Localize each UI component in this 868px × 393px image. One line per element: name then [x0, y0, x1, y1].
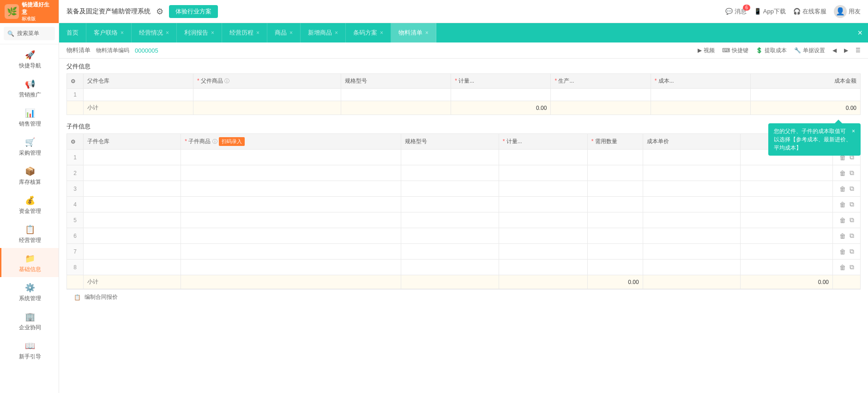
child-delete-btn-8[interactable]: 🗑 [838, 262, 847, 272]
child-cell-product-4[interactable] [181, 197, 401, 212]
child-cell-spec-3[interactable] [401, 181, 499, 197]
parent-cell-cost-1[interactable] [651, 89, 750, 101]
child-copy-btn-2[interactable]: ⧉ [849, 168, 855, 178]
child-cell-warehouse-5[interactable] [84, 212, 181, 228]
sidebar-item-enterprise[interactable]: 🏢 企业协同 [0, 306, 59, 335]
child-cell-product-6[interactable] [181, 228, 401, 244]
child-cell-warehouse-4[interactable] [84, 197, 181, 212]
tab-biz-history[interactable]: 经营历程 × [222, 23, 267, 42]
child-cell-unit-2[interactable] [499, 165, 587, 181]
child-cell-cost-price-4[interactable] [643, 197, 740, 212]
sidebar-item-quick-nav[interactable]: 🚀 快捷导航 [0, 44, 59, 73]
tab-home[interactable]: 首页 [59, 23, 86, 42]
sidebar-item-inventory[interactable]: 📦 库存核算 [0, 161, 59, 190]
nav-prev-button[interactable]: ◀ [832, 47, 837, 54]
child-cell-cost-price-2[interactable] [643, 165, 740, 181]
child-copy-btn-8[interactable]: ⧉ [849, 262, 855, 272]
child-cell-quantity-3[interactable] [587, 181, 643, 197]
sidebar-item-marketing[interactable]: 📢 营销推广 [0, 73, 59, 103]
nav-next-button[interactable]: ▶ [844, 47, 848, 54]
scan-input-button[interactable]: 扫码录入 [219, 137, 245, 146]
child-cell-spec-2[interactable] [401, 165, 499, 181]
tab-profit-report[interactable]: 利润报告 × [177, 23, 222, 42]
try-industry-button[interactable]: 体验行业方案 [169, 5, 218, 18]
child-cell-product-7[interactable] [181, 244, 401, 260]
child-delete-btn-3[interactable]: 🗑 [838, 184, 847, 193]
child-cell-quantity-2[interactable] [587, 165, 643, 181]
child-copy-btn-7[interactable]: ⧉ [849, 247, 855, 256]
parent-cell-warehouse-1[interactable] [84, 89, 193, 101]
child-cell-warehouse-8[interactable] [84, 260, 181, 275]
child-delete-btn-7[interactable]: 🗑 [838, 247, 847, 256]
child-cell-warehouse-1[interactable] [84, 150, 181, 165]
child-cell-spec-7[interactable] [401, 244, 499, 260]
tab-close-profit[interactable]: × [211, 30, 214, 36]
sidebar-item-system[interactable]: ⚙️ 系统管理 [0, 277, 59, 306]
tab-close-bom[interactable]: × [425, 30, 428, 36]
sidebar-item-basic-info[interactable]: 📁 基础信息 [0, 248, 59, 277]
sidebar-item-purchase[interactable]: 🛒 采购管理 [0, 132, 59, 161]
child-cell-unit-6[interactable] [499, 228, 587, 244]
child-copy-btn-3[interactable]: ⧉ [849, 184, 855, 193]
tab-bar-close-button[interactable]: × [852, 23, 868, 42]
child-cell-spec-6[interactable] [401, 228, 499, 244]
user-info[interactable]: 👤 用友 [834, 5, 861, 18]
child-cell-cost-price-1[interactable] [643, 150, 740, 165]
child-cell-unit-1[interactable] [499, 150, 587, 165]
sidebar-item-operations[interactable]: 📋 经营管理 [0, 219, 59, 248]
parent-cell-product-1[interactable] [193, 89, 341, 101]
child-cell-quantity-6[interactable] [587, 228, 643, 244]
message-button[interactable]: 💬 消息 6 [725, 7, 747, 16]
child-copy-btn-4[interactable]: ⧉ [849, 200, 855, 209]
child-cell-quantity-5[interactable] [587, 212, 643, 228]
child-cell-unit-7[interactable] [499, 244, 587, 260]
tab-close-operations[interactable]: × [166, 30, 169, 36]
tooltip-close-button[interactable]: × [852, 127, 855, 135]
child-copy-btn-5[interactable]: ⧉ [849, 215, 855, 225]
tab-close-customers[interactable]: × [121, 30, 124, 36]
child-cell-product-5[interactable] [181, 212, 401, 228]
tab-close-barcode[interactable]: × [380, 30, 383, 36]
child-cell-product-1[interactable] [181, 150, 401, 165]
video-action[interactable]: ▶ 视频 [698, 47, 715, 54]
tab-products[interactable]: 商品 × [267, 23, 301, 42]
tab-add-product[interactable]: 新增商品 × [301, 23, 346, 42]
child-cell-cost-price-6[interactable] [643, 228, 740, 244]
tab-close-add-product[interactable]: × [335, 30, 338, 36]
get-cost-action[interactable]: 💲 提取成本 [756, 47, 787, 54]
child-cell-spec-5[interactable] [401, 212, 499, 228]
child-cell-cost-price-5[interactable] [643, 212, 740, 228]
child-cell-product-8[interactable] [181, 260, 401, 275]
child-cell-warehouse-6[interactable] [84, 228, 181, 244]
tab-bom[interactable]: 物料清单 × [391, 23, 436, 42]
child-delete-btn-6[interactable]: 🗑 [838, 231, 847, 241]
col-settings-icon[interactable]: ⚙ [71, 78, 76, 85]
sidebar-item-sales[interactable]: 📊 销售管理 [0, 103, 59, 132]
expand-button[interactable]: ☰ [856, 47, 861, 54]
child-cell-warehouse-3[interactable] [84, 181, 181, 197]
search-menu-button[interactable]: 🔍 搜索菜单 [4, 27, 55, 40]
child-cell-cost-price-3[interactable] [643, 181, 740, 197]
child-col-settings-icon[interactable]: ⚙ [71, 139, 76, 145]
child-cell-warehouse-2[interactable] [84, 165, 181, 181]
sidebar-item-finance[interactable]: 💰 资金管理 [0, 190, 59, 219]
child-cell-quantity-7[interactable] [587, 244, 643, 260]
child-cell-quantity-4[interactable] [587, 197, 643, 212]
tab-barcode[interactable]: 条码方案 × [346, 23, 391, 42]
child-cell-unit-3[interactable] [499, 181, 587, 197]
child-delete-btn-4[interactable]: 🗑 [838, 200, 847, 209]
tab-close-products[interactable]: × [289, 30, 293, 36]
child-delete-btn-5[interactable]: 🗑 [838, 215, 847, 225]
child-cell-quantity-8[interactable] [587, 260, 643, 275]
child-cell-quantity-1[interactable] [587, 150, 643, 165]
child-cell-cost-price-8[interactable] [643, 260, 740, 275]
child-copy-btn-6[interactable]: ⧉ [849, 231, 855, 241]
online-service-button[interactable]: 🎧 在线客服 [793, 7, 826, 16]
child-delete-btn-2[interactable]: 🗑 [838, 168, 847, 178]
parent-cell-spec-1[interactable] [341, 89, 451, 101]
tab-operations-status[interactable]: 经营情况 × [132, 23, 177, 42]
shortcut-action[interactable]: ⌨ 快捷键 [722, 47, 748, 54]
tab-customers[interactable]: 客户联络 × [86, 23, 132, 42]
app-download-button[interactable]: 📱 App下载 [754, 7, 786, 16]
settings-button[interactable]: ⚙ [156, 6, 163, 17]
